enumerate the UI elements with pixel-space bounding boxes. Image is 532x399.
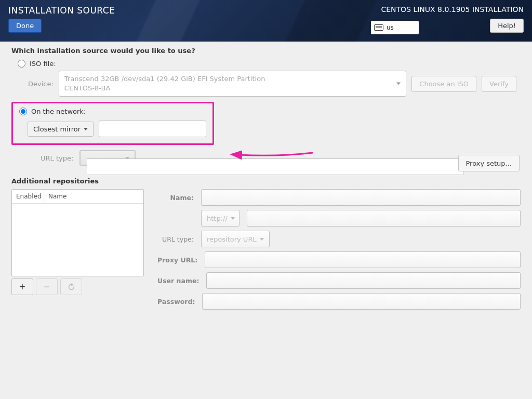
repos-area: Enabled Name Name: . http://: [11, 189, 521, 314]
network-url-input[interactable]: [99, 121, 206, 137]
chevron-down-icon: [231, 217, 235, 220]
keyboard-layout-indicator[interactable]: us: [371, 21, 419, 34]
iso-radio-row: ISO file:: [18, 60, 521, 68]
col-enabled: Enabled: [12, 190, 44, 204]
repo-url-type-combo[interactable]: repository URL: [201, 231, 270, 247]
repo-url-type-value: repository URL: [207, 235, 257, 243]
iso-radio-label: ISO file:: [30, 60, 56, 68]
header-bar: INSTALLATION SOURCE CENTOS LINUX 8.0.190…: [0, 0, 532, 42]
url-type-label: URL type:: [41, 154, 73, 162]
keyboard-icon: [374, 24, 383, 31]
chevron-down-icon: [84, 128, 88, 130]
iso-radio[interactable]: [18, 60, 25, 68]
chevron-down-icon: [260, 238, 264, 241]
device-combo[interactable]: Transcend 32GB /dev/sda1 (29.42 GiB) EFI…: [59, 71, 406, 97]
repo-form: Name: . http:// URL type: repository URL: [157, 189, 521, 314]
repo-protocol-combo[interactable]: http://: [201, 210, 240, 227]
mirror-combo-label: Closest mirror: [33, 125, 81, 133]
repo-table-area: Enabled Name: [11, 189, 144, 314]
content-area: Which installation source would you like…: [0, 42, 532, 319]
done-button[interactable]: Done: [8, 19, 42, 33]
source-prompt: Which installation source would you like…: [11, 47, 521, 55]
network-radio-row: On the network:: [19, 108, 206, 115]
username-label: User name:: [157, 277, 199, 285]
device-label: Device:: [28, 80, 54, 88]
device-line-2: CENTOS-8-BA: [64, 84, 391, 93]
mirror-combo[interactable]: Closest mirror: [28, 122, 94, 137]
username-input[interactable]: [206, 272, 521, 289]
network-radio-label: On the network:: [31, 108, 86, 115]
device-row: Device: Transcend 32GB /dev/sda1 (29.42 …: [28, 71, 516, 97]
repo-url-type-label: URL type:: [157, 235, 194, 243]
network-url-input-ext[interactable]: [87, 158, 463, 175]
repo-name-label: Name:: [157, 194, 194, 202]
device-line-1: Transcend 32GB /dev/sda1 (29.42 GiB) EFI…: [64, 74, 391, 84]
repo-table[interactable]: Enabled Name: [11, 189, 144, 276]
repo-table-tools: [11, 278, 144, 295]
network-section-highlight: On the network: Closest mirror: [11, 102, 214, 145]
verify-button[interactable]: Verify: [482, 76, 516, 92]
password-label: Password:: [157, 298, 195, 305]
choose-iso-button[interactable]: Choose an ISO: [411, 76, 476, 92]
chevron-down-icon: [396, 83, 401, 85]
col-name: Name: [44, 190, 143, 204]
repo-name-input[interactable]: [201, 189, 521, 206]
password-input[interactable]: [202, 293, 521, 310]
keyboard-layout-label: us: [387, 24, 394, 31]
proxy-url-input[interactable]: [205, 251, 521, 268]
remove-repo-button[interactable]: [36, 278, 58, 295]
additional-repos-title: Additional repositories: [11, 177, 521, 185]
repo-table-header: Enabled Name: [12, 190, 143, 204]
proxy-setup-button[interactable]: Proxy setup...: [458, 155, 520, 171]
add-repo-button[interactable]: [11, 278, 33, 295]
refresh-icon: [68, 283, 75, 291]
network-url-row: Closest mirror: [28, 121, 206, 137]
help-button[interactable]: Help!: [490, 19, 524, 33]
network-radio[interactable]: [19, 108, 27, 115]
repo-url-input[interactable]: [247, 210, 521, 227]
refresh-repo-button[interactable]: [60, 278, 82, 295]
repo-protocol-label: http://: [207, 215, 228, 222]
proxy-url-label: Proxy URL:: [157, 256, 197, 264]
brand-title: CENTOS LINUX 8.0.1905 INSTALLATION: [381, 5, 524, 14]
